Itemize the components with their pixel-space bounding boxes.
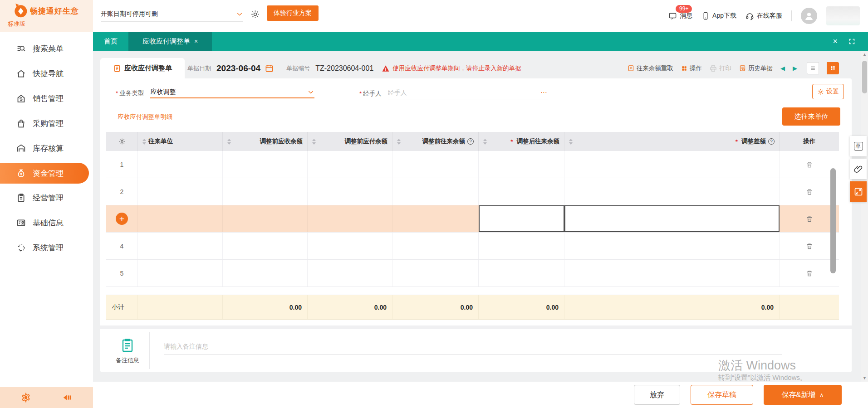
add-row-button[interactable]: + [116, 213, 128, 225]
diff-cell[interactable] [564, 233, 780, 259]
help-circle-icon[interactable]: ? [467, 138, 474, 145]
pre-ap-cell[interactable] [308, 205, 392, 232]
sidebar-item-basic-info[interactable]: 基础信息 [0, 210, 93, 235]
header-pre-ar[interactable]: 调整前应收余额 [223, 132, 308, 151]
tab-home[interactable]: 首页 [93, 32, 128, 51]
header-gear-icon[interactable] [250, 10, 260, 19]
tab-current[interactable]: 应收应付调整单 × [128, 32, 212, 51]
sidebar-item-sales[interactable]: 销售管理 [0, 86, 93, 111]
history-button[interactable]: 历史单据 [739, 64, 773, 73]
post-balance-cell[interactable] [479, 233, 564, 259]
partner-cell[interactable] [138, 260, 223, 287]
scroll-down-arrow[interactable]: ▼ [861, 374, 868, 382]
post-balance-cell[interactable] [479, 178, 564, 205]
diff-cell[interactable] [564, 151, 780, 178]
post-balance-cell[interactable] [479, 151, 564, 178]
expand-panel-button[interactable] [850, 181, 867, 202]
user-name-blurred[interactable] [826, 6, 860, 25]
partner-cell[interactable] [138, 178, 223, 205]
page-scrollbar[interactable]: ▲ ▼ [861, 51, 868, 382]
save-and-new-button[interactable]: 保存&新增 ∧ [764, 385, 842, 405]
list-view-toggle[interactable] [807, 62, 819, 74]
remark-input[interactable] [164, 343, 782, 355]
discard-button[interactable]: 放弃 [634, 385, 680, 405]
chevron-down-icon[interactable] [307, 88, 314, 96]
partner-cell[interactable] [138, 205, 223, 232]
sidebar-item-purchase[interactable]: 采购管理 [0, 111, 93, 136]
header-diff[interactable]: *调整差额 ? [564, 132, 780, 151]
pre-balance-cell[interactable] [392, 260, 479, 287]
pre-balance-cell[interactable] [392, 205, 479, 232]
pre-ap-cell[interactable] [308, 178, 392, 205]
settings-gear-icon[interactable] [21, 393, 31, 403]
date-value[interactable]: 2023-06-04 [216, 63, 260, 73]
header-post-balance[interactable]: *调整后往来余额 [479, 132, 564, 151]
pre-ap-cell[interactable] [308, 151, 392, 178]
sidebar-item-funds[interactable]: 资金管理 [0, 163, 89, 184]
sort-arrows-icon[interactable] [569, 139, 573, 145]
workspace-close-icon[interactable]: × [833, 37, 838, 45]
header-pre-balance[interactable]: 调整前往来余额 ? [392, 132, 479, 151]
pre-ar-cell[interactable] [223, 233, 308, 259]
save-draft-button[interactable]: 保存草稿 [691, 385, 753, 405]
prev-doc-arrow[interactable]: ◀ [780, 65, 785, 72]
app-download-button[interactable]: App下载 [701, 12, 736, 20]
pre-ar-cell[interactable] [223, 178, 308, 205]
account-set-dropdown[interactable]: 开账日期可停用可删 [101, 6, 243, 22]
attachment-button[interactable] [850, 159, 867, 179]
scroll-up-arrow[interactable]: ▲ [861, 51, 868, 58]
pre-ap-cell[interactable] [308, 260, 392, 287]
messages-button[interactable]: 99+ 消息 [668, 12, 692, 20]
sort-arrows-icon[interactable] [312, 139, 316, 145]
collapse-sidebar-icon[interactable] [62, 393, 72, 403]
sort-arrows-icon[interactable] [227, 139, 231, 145]
fullscreen-icon[interactable] [848, 38, 855, 45]
header-pre-ap[interactable]: 调整前应付余额 [308, 132, 392, 151]
sidebar-item-business[interactable]: 经营管理 [0, 185, 93, 210]
biz-type-input[interactable] [150, 88, 307, 96]
handler-input[interactable] [388, 89, 540, 96]
pre-balance-cell[interactable] [392, 151, 479, 178]
card-view-toggle[interactable] [827, 62, 839, 74]
rebalance-button[interactable]: 往来余额重取 [628, 64, 673, 73]
pre-ap-cell[interactable] [308, 233, 392, 259]
grid-settings-button[interactable]: 设置 [812, 84, 844, 99]
handler-picker-ellipsis[interactable]: ⋯ [540, 88, 548, 97]
pre-ar-cell[interactable] [223, 205, 308, 232]
trash-icon[interactable] [806, 161, 813, 168]
sort-arrows-icon[interactable] [483, 139, 487, 145]
partner-cell[interactable] [138, 151, 223, 178]
diff-edit-cell[interactable] [564, 205, 780, 232]
online-service-button[interactable]: 在线客服 [745, 12, 782, 20]
sidebar-item-search-menu[interactable]: 搜索菜单 [0, 36, 93, 61]
next-doc-arrow[interactable]: ▶ [793, 65, 797, 72]
sort-arrows-icon[interactable] [142, 139, 146, 145]
tab-close-icon[interactable]: × [194, 38, 198, 45]
help-circle-icon[interactable]: ? [768, 138, 775, 145]
trash-icon[interactable] [806, 188, 813, 195]
pre-balance-cell[interactable] [392, 233, 479, 259]
trial-plan-button[interactable]: 体验行业方案 [267, 5, 319, 21]
trash-icon[interactable] [806, 270, 813, 277]
operate-button[interactable]: 操作 [681, 64, 702, 73]
column-settings-gear-icon[interactable] [106, 132, 138, 151]
select-partner-button[interactable]: 选往来单位 [782, 107, 840, 126]
page-scrollbar-thumb[interactable] [862, 61, 867, 93]
avatar[interactable] [801, 8, 817, 24]
sidebar-item-quick-nav[interactable]: 快捷导航 [0, 61, 93, 86]
sort-arrows-icon[interactable] [397, 139, 401, 145]
sidebar-item-system[interactable]: 系统管理 [0, 235, 93, 260]
diff-cell[interactable] [564, 178, 780, 205]
post-balance-cell[interactable] [479, 260, 564, 287]
print-button[interactable]: 打印 [710, 64, 731, 73]
pre-balance-cell[interactable] [392, 178, 479, 205]
diff-cell[interactable] [564, 260, 780, 287]
sidebar-item-inventory[interactable]: 库存核算 [0, 136, 93, 161]
trash-icon[interactable] [806, 215, 813, 223]
pre-ar-cell[interactable] [223, 151, 308, 178]
draft-box-button[interactable]: 草 [850, 136, 867, 156]
trash-icon[interactable] [806, 243, 813, 250]
calendar-icon[interactable] [265, 64, 274, 73]
grid-scrollbar-thumb[interactable] [830, 168, 836, 273]
pre-ar-cell[interactable] [223, 260, 308, 287]
